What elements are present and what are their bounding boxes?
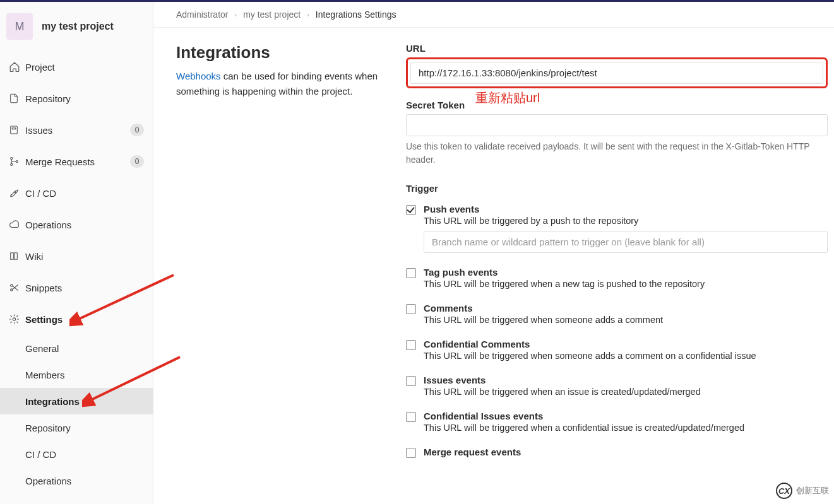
content-columns: Integrations Webhooks can be used for bi… xyxy=(153,28,834,472)
sidebar-item-label: Settings xyxy=(25,314,144,325)
url-label: URL xyxy=(406,43,828,54)
doc-icon xyxy=(9,93,23,104)
sidebar-item-merge-requests[interactable]: Merge Requests0 xyxy=(0,146,153,177)
secret-token-help: Use this token to validate received payl… xyxy=(406,140,828,167)
breadcrumbs: Administrator › my test project › Integr… xyxy=(153,2,834,28)
trigger-confidential-comments: Confidential CommentsThis URL will be tr… xyxy=(406,339,828,361)
sidebar-item-label: Snippets xyxy=(25,283,144,293)
sidebar-item-label: Wiki xyxy=(25,251,144,262)
trigger-title: Comments xyxy=(424,303,663,314)
chevron-right-icon: › xyxy=(307,11,309,18)
settings-subnav: GeneralMembersIntegrationsRepositoryCI /… xyxy=(0,335,153,494)
form-column: URL 重新粘贴url Secret Token Use this token … xyxy=(406,43,828,472)
settings-sub-members[interactable]: Members xyxy=(0,361,153,388)
project-header[interactable]: M my test project xyxy=(0,2,153,51)
secret-token-input[interactable] xyxy=(406,114,828,136)
trigger-description: This URL will be triggered when someone … xyxy=(424,351,756,361)
sidebar-item-label: CI / CD xyxy=(25,188,144,199)
trigger-issues-events: Issues eventsThis URL will be triggered … xyxy=(406,375,828,397)
count-badge: 0 xyxy=(130,124,144,136)
trigger-checkbox[interactable] xyxy=(406,205,416,215)
trigger-comments: CommentsThis URL will be triggered when … xyxy=(406,303,828,325)
trigger-checkbox[interactable] xyxy=(406,376,416,386)
book-icon xyxy=(9,250,23,262)
url-input-highlight xyxy=(406,57,828,88)
trigger-checkbox[interactable] xyxy=(406,268,416,278)
sidebar-item-label: Issues xyxy=(25,125,130,136)
trigger-branch-input[interactable] xyxy=(424,231,828,253)
rocket-icon xyxy=(9,187,23,199)
app-layout: M my test project ProjectRepositoryIssue… xyxy=(0,2,834,504)
home-icon xyxy=(9,61,23,73)
watermark: CX 创新互联 xyxy=(776,483,829,499)
project-avatar: M xyxy=(6,13,33,40)
settings-sub-repository[interactable]: Repository xyxy=(0,414,153,441)
scissors-icon xyxy=(9,282,23,293)
chevron-right-icon: › xyxy=(234,11,237,18)
sidebar-item-issues[interactable]: Issues0 xyxy=(0,114,153,146)
sidebar-item-settings[interactable]: Settings xyxy=(0,303,153,335)
trigger-checkbox[interactable] xyxy=(406,340,416,350)
sidebar-item-operations[interactable]: Operations xyxy=(0,209,153,240)
page-heading: Integrations xyxy=(176,43,391,62)
settings-sub-operations[interactable]: Operations xyxy=(0,467,153,494)
cloud-icon xyxy=(9,219,23,230)
webhooks-link[interactable]: Webhooks xyxy=(176,71,221,81)
watermark-icon: CX xyxy=(776,483,792,499)
settings-sub-ci-cd[interactable]: CI / CD xyxy=(0,441,153,467)
sidebar-item-project[interactable]: Project xyxy=(0,51,153,83)
breadcrumb-item[interactable]: my test project xyxy=(243,9,301,20)
trigger-title: Issues events xyxy=(424,375,701,385)
svg-rect-0 xyxy=(11,126,18,134)
trigger-description: This URL will be triggered by a push to … xyxy=(424,216,828,226)
svg-point-5 xyxy=(15,192,16,193)
sidebar-item-label: Operations xyxy=(25,220,144,230)
breadcrumb-item[interactable]: Administrator xyxy=(176,9,228,20)
trigger-push-events: Push eventsThis URL will be triggered by… xyxy=(406,204,828,253)
merge-icon xyxy=(9,156,23,167)
gear-icon xyxy=(9,314,23,325)
trigger-label: Trigger xyxy=(406,183,828,194)
count-badge: 0 xyxy=(130,155,144,168)
sidebar-item-wiki[interactable]: Wiki xyxy=(0,240,153,272)
settings-sub-integrations[interactable]: Integrations xyxy=(0,388,153,414)
sidebar-item-label: Project xyxy=(25,62,144,73)
trigger-merge-request-events: Merge request events xyxy=(406,447,828,459)
trigger-title: Push events xyxy=(424,204,828,214)
page-description: Webhooks can be used for binding events … xyxy=(176,69,391,99)
trigger-title: Merge request events xyxy=(424,447,521,457)
sidebar-item-label: Repository xyxy=(25,93,144,104)
trigger-checkbox[interactable] xyxy=(406,412,416,422)
annotation-repaste-url: 重新粘贴url xyxy=(475,90,540,107)
svg-rect-1 xyxy=(12,128,15,129)
trigger-description: This URL will be triggered when an issue… xyxy=(424,387,701,397)
breadcrumb-item-current: Integrations Settings xyxy=(316,9,396,20)
svg-point-8 xyxy=(13,318,15,320)
secret-token-label: Secret Token xyxy=(406,100,828,110)
trigger-confidential-issues-events: Confidential Issues eventsThis URL will … xyxy=(406,411,828,433)
sidebar-item-ci-cd[interactable]: CI / CD xyxy=(0,177,153,209)
trigger-checkbox[interactable] xyxy=(406,448,416,458)
trigger-tag-push-events: Tag push eventsThis URL will be triggere… xyxy=(406,267,828,289)
trigger-title: Tag push events xyxy=(424,267,705,278)
sidebar: M my test project ProjectRepositoryIssue… xyxy=(0,2,153,504)
watermark-text: 创新互联 xyxy=(796,485,829,496)
sidebar-item-label: Merge Requests xyxy=(25,156,130,167)
settings-sub-general[interactable]: General xyxy=(0,335,153,361)
trigger-title: Confidential Issues events xyxy=(424,411,744,421)
intro-column: Integrations Webhooks can be used for bi… xyxy=(176,43,391,472)
issues-icon xyxy=(9,124,23,136)
project-name: my test project xyxy=(42,21,114,32)
sidebar-item-repository[interactable]: Repository xyxy=(0,83,153,114)
main-content: Administrator › my test project › Integr… xyxy=(153,2,834,504)
trigger-title: Confidential Comments xyxy=(424,339,756,349)
trigger-description: This URL will be triggered when someone … xyxy=(424,315,663,325)
trigger-checkbox[interactable] xyxy=(406,304,416,314)
trigger-description: This URL will be triggered when a new ta… xyxy=(424,279,705,289)
sidebar-item-snippets[interactable]: Snippets xyxy=(0,272,153,303)
url-input[interactable] xyxy=(410,62,823,84)
trigger-description: This URL will be triggered when a confid… xyxy=(424,423,744,433)
